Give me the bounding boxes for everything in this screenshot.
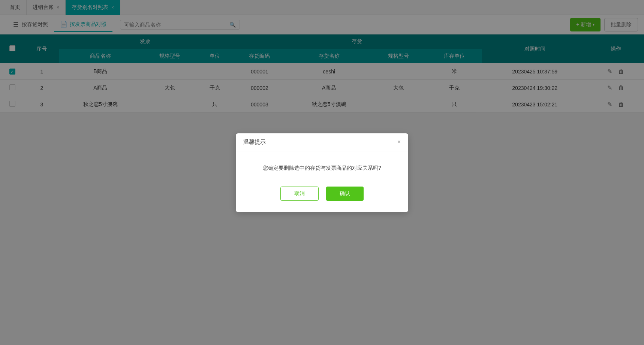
modal-overlay: 温馨提示 × 您确定要删除选中的存货与发票商品的对应关系吗? 取消 确认 bbox=[0, 0, 644, 113]
